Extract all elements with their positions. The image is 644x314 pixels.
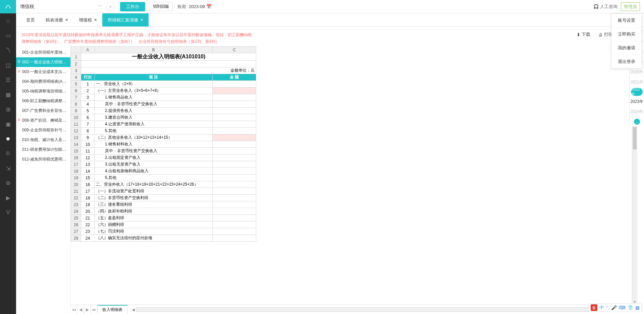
col-header[interactable]: C bbox=[213, 47, 256, 53]
row-header[interactable]: 25 bbox=[71, 215, 81, 222]
row-item[interactable]: 一、营业收入（2+9） bbox=[95, 81, 213, 87]
rail-chart-icon[interactable]: 〽 bbox=[0, 43, 16, 58]
amount-cell[interactable] bbox=[213, 201, 256, 208]
row-item[interactable]: （二）其他业务收入（10+12+13+14+15） bbox=[95, 134, 213, 141]
amount-cell[interactable] bbox=[213, 181, 256, 188]
row-item[interactable]: （四）政府补助利得 bbox=[95, 208, 213, 215]
amount-cell[interactable] bbox=[213, 128, 256, 134]
row-header[interactable]: 5 bbox=[71, 81, 81, 87]
period-value[interactable]: 2023-09 bbox=[189, 4, 205, 9]
tree-node-5[interactable]: 006-职工薪酬纳税调整明细… bbox=[16, 96, 70, 106]
row-header[interactable]: 7 bbox=[71, 94, 81, 101]
tree-node-8[interactable]: 009-企业所得税弥补亏损明… bbox=[16, 125, 70, 135]
rail-doc-icon[interactable]: ▭ bbox=[0, 28, 16, 43]
consult-link[interactable]: 🎧人工咨询 bbox=[593, 4, 618, 10]
tab-close-icon[interactable]: ✕ bbox=[65, 18, 68, 22]
row-item[interactable]: 3.出租无形资产收入 bbox=[95, 161, 213, 168]
amount-cell[interactable] bbox=[213, 94, 256, 101]
tree-node-2[interactable]: ⊘003-一般企业成本支出明细… bbox=[16, 67, 70, 77]
calendar-icon[interactable]: 📅 bbox=[206, 4, 212, 9]
row-header[interactable]: 22 bbox=[71, 195, 81, 201]
rail-clip-icon[interactable]: ⎘ bbox=[0, 146, 16, 161]
rail-grid-icon[interactable]: ▦ bbox=[0, 87, 16, 102]
tab-close-icon[interactable]: ✕ bbox=[94, 18, 97, 22]
amount-cell[interactable] bbox=[213, 148, 256, 154]
amount-cell[interactable] bbox=[213, 188, 256, 195]
rail-home-icon[interactable]: ⌂ bbox=[0, 13, 16, 28]
rail-v-icon[interactable]: V bbox=[0, 205, 16, 220]
amount-cell[interactable] bbox=[213, 161, 256, 168]
year-2024年[interactable]: 2024年 bbox=[630, 107, 644, 117]
tree-node-11[interactable]: 012-减免所得税优惠明细表(… bbox=[16, 154, 70, 164]
rail-gear-icon[interactable]: ⚙ bbox=[0, 176, 16, 190]
sheet-nav-first-icon[interactable]: ⏮ bbox=[71, 305, 77, 314]
row-header[interactable]: 19 bbox=[71, 175, 81, 181]
row-header[interactable]: 20 bbox=[71, 181, 81, 188]
amount-cell[interactable] bbox=[213, 141, 256, 148]
row-header[interactable]: 10 bbox=[71, 114, 81, 121]
amount-cell[interactable] bbox=[213, 208, 256, 215]
rail-tax-icon[interactable]: ☻ bbox=[0, 131, 16, 146]
row-header[interactable]: 14 bbox=[71, 141, 81, 148]
tree-node-4[interactable]: 005-纳税调整项目明细表(A1… bbox=[16, 86, 70, 96]
amount-cell[interactable] bbox=[213, 101, 256, 108]
row-header[interactable]: 16 bbox=[71, 154, 81, 161]
row-item[interactable]: （二）非货币性资产交换利得 bbox=[95, 195, 213, 201]
amount-cell[interactable] bbox=[213, 87, 256, 94]
ime-punct-icon[interactable]: °, bbox=[606, 305, 609, 310]
row-item[interactable]: 2.提供劳务收入 bbox=[95, 108, 213, 114]
rail-play-icon[interactable]: ▶ bbox=[0, 190, 16, 205]
row-header[interactable]: 27 bbox=[71, 228, 81, 235]
ime-keyboard-icon[interactable]: ⌨ bbox=[619, 305, 626, 310]
row-item[interactable]: 2.出租固定资产收入 bbox=[95, 154, 213, 161]
user-menu-item-3[interactable]: 退出登录 bbox=[611, 55, 642, 68]
tree-node-0[interactable]: 001-企业所得税年度纳税申… bbox=[16, 48, 70, 57]
year-collapse-icon[interactable]: ⌄ bbox=[634, 119, 640, 125]
row-header[interactable]: 12 bbox=[71, 128, 81, 134]
row-header[interactable]: 26 bbox=[71, 222, 81, 228]
year-2021年[interactable]: 2021年 bbox=[630, 77, 644, 87]
col-header[interactable]: A bbox=[81, 47, 95, 53]
year-2023年[interactable]: 2023年 bbox=[630, 97, 644, 107]
user-menu-item-1[interactable]: 立即购买 bbox=[611, 27, 642, 41]
amount-cell[interactable] bbox=[213, 108, 256, 114]
row-item[interactable]: 4.出租包装物和商品收入 bbox=[95, 168, 213, 175]
user-menu-item-0[interactable]: 账号设置 bbox=[611, 14, 642, 27]
row-item[interactable]: 4.让渡资产使用权收入 bbox=[95, 121, 213, 128]
download-button[interactable]: ⬇下载 bbox=[577, 32, 590, 38]
amount-cell[interactable] bbox=[213, 134, 256, 141]
row-header[interactable]: 9 bbox=[71, 108, 81, 114]
row-header[interactable]: 8 bbox=[71, 101, 81, 108]
amount-cell[interactable] bbox=[213, 154, 256, 161]
col-header[interactable]: B bbox=[95, 47, 213, 53]
history-icon[interactable]: ≡ bbox=[106, 2, 115, 11]
old-version-button[interactable]: 切到旧版 bbox=[149, 2, 173, 11]
row-header[interactable]: 6 bbox=[71, 87, 81, 94]
row-item[interactable]: （五）盘盈利得 bbox=[95, 215, 213, 222]
row-item[interactable]: 1.销售商品收入 bbox=[95, 94, 213, 101]
row-header[interactable]: 17 bbox=[71, 161, 81, 168]
row-item[interactable]: 其中：非货币性资产交换收入 bbox=[95, 148, 213, 154]
hscroll-left-icon[interactable]: ◀ bbox=[130, 307, 136, 312]
row-header[interactable]: 15 bbox=[71, 148, 81, 154]
rail-bag-icon[interactable]: ◫ bbox=[0, 58, 16, 72]
amount-cell[interactable] bbox=[213, 168, 256, 175]
admin-button[interactable]: 管理员 bbox=[621, 2, 640, 11]
tab-0[interactable]: 首页 bbox=[21, 13, 40, 26]
rail-tag-icon[interactable]: ⊞ bbox=[0, 102, 16, 117]
print-button[interactable]: 🖨打印 bbox=[598, 32, 613, 38]
tab-1[interactable]: 税表清册✕ bbox=[40, 13, 73, 26]
spreadsheet-scroll[interactable]: ABC1一般企业收入明细表(A101010)23金额单位：元4行次项 目金 额5… bbox=[71, 46, 637, 305]
tree-node-9[interactable]: 010-免税、减计收入及加计… bbox=[16, 135, 70, 145]
row-header[interactable]: 28 bbox=[71, 235, 81, 242]
row-item[interactable]: （七）罚没利得 bbox=[95, 228, 213, 235]
ime-mic-icon[interactable]: 🎤 bbox=[611, 305, 617, 310]
row-item[interactable]: 二、营业外收入（17+18+19+20+21+22+23+24+25+26） bbox=[95, 181, 213, 188]
row-header[interactable]: 23 bbox=[71, 201, 81, 208]
amount-cell[interactable] bbox=[213, 228, 256, 235]
amount-cell[interactable] bbox=[213, 81, 256, 87]
amount-cell[interactable] bbox=[213, 235, 256, 242]
tab-close-icon[interactable]: ✕ bbox=[140, 18, 143, 22]
row-item[interactable]: 5.其他 bbox=[95, 128, 213, 134]
row-item[interactable]: 3.建造合同收入 bbox=[95, 114, 213, 121]
